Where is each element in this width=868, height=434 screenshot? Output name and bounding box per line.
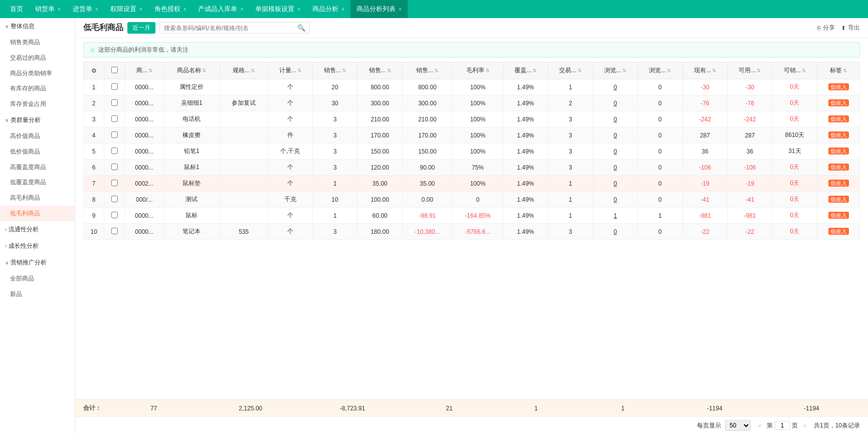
col-settings[interactable]: ⚙ (84, 62, 104, 79)
sidebar-item-instock-goods[interactable]: 有库存的商品 (0, 81, 75, 96)
sidebar-section-overall[interactable]: ∨ 整体信息 (0, 18, 75, 35)
row-checkbox[interactable] (111, 99, 118, 106)
row-views1[interactable]: 0 (593, 224, 637, 240)
select-all-checkbox[interactable] (111, 67, 118, 73)
row-checkbox[interactable] (111, 115, 118, 122)
nav-item-home[interactable]: 首页 (4, 0, 29, 18)
row-checkbox[interactable] (111, 164, 118, 170)
col-transaction[interactable]: 交易...⇅ (548, 62, 593, 79)
nav-item-product-in[interactable]: 产成品入库单 × (192, 0, 249, 18)
row-views1[interactable]: 0 (593, 127, 637, 143)
col-checkbox[interactable] (104, 62, 125, 79)
sidebar-item-traded-goods[interactable]: 交易过的商品 (0, 50, 75, 66)
row-unit: 个,千克 (268, 143, 312, 160)
col-current-stock[interactable]: 现有...⇅ (682, 62, 727, 79)
row-code: 0000... (125, 95, 164, 111)
nav-item-analysis-list[interactable]: 商品分析列表 × (351, 0, 408, 18)
sidebar-item-high-coverage[interactable]: 高覆盖度商品 (0, 160, 75, 175)
nav-item-roles[interactable]: 角色授权 × (148, 0, 193, 18)
row-checkbox[interactable] (111, 228, 118, 234)
close-icon[interactable]: × (58, 7, 61, 12)
sidebar-item-low-margin[interactable]: 低毛利商品 (0, 206, 75, 221)
nav-item-purchase[interactable]: 进货单 × (67, 0, 104, 18)
sidebar-section-circulation[interactable]: › 流通性分析 (0, 221, 75, 238)
col-coverage[interactable]: 覆盖...⇅ (503, 62, 548, 79)
col-sales-qty[interactable]: 销售...⇅ (312, 62, 357, 79)
nav-item-sales[interactable]: 销货单 × (29, 0, 67, 18)
row-checkbox[interactable] (111, 196, 118, 202)
row-views1[interactable]: 0 (593, 143, 637, 160)
sidebar-item-new-goods[interactable]: 新品 (0, 286, 75, 302)
row-views1[interactable]: 0 (593, 192, 637, 208)
row-sales-qty: 20 (312, 79, 357, 95)
col-code[interactable]: 商...⇅ (125, 62, 164, 79)
row-views1[interactable]: 0 (593, 79, 637, 95)
col-views1[interactable]: 浏览...⇅ (593, 62, 637, 79)
share-button[interactable]: ⎘ 分享 (817, 24, 835, 32)
sidebar-item-sales-goods[interactable]: 销售类商品 (0, 35, 75, 50)
row-sales-qty: 3 (312, 127, 357, 143)
col-spec[interactable]: 规格...⇅ (220, 62, 268, 79)
close-icon[interactable]: × (240, 7, 243, 12)
row-checkbox[interactable] (111, 83, 118, 90)
row-unit: 件 (268, 127, 312, 143)
row-sales-qty: 3 (312, 143, 357, 160)
close-icon[interactable]: × (341, 7, 344, 12)
col-name[interactable]: 商品名称⇅ (164, 62, 220, 79)
row-views1[interactable]: 0 (593, 176, 637, 192)
nav-item-analysis[interactable]: 商品分析 × (306, 0, 351, 18)
row-checkbox[interactable] (111, 180, 118, 186)
row-spec (220, 208, 268, 224)
col-tag[interactable]: 标签⇅ (817, 62, 860, 79)
col-sales-profit[interactable]: 销售...⇅ (402, 62, 452, 79)
close-icon[interactable]: × (297, 7, 300, 12)
nav-item-template[interactable]: 单据模板设置 × (249, 0, 306, 18)
sidebar-item-low-coverage[interactable]: 低覆盖度商品 (0, 175, 75, 190)
row-current-stock: -19 (682, 176, 727, 192)
col-sales-amount[interactable]: 销售...⇅ (358, 62, 402, 79)
row-checkbox[interactable] (111, 212, 118, 218)
sidebar-section-marketing[interactable]: ∨ 营销推广分析 (0, 254, 75, 271)
close-icon[interactable]: × (95, 7, 98, 12)
next-page-button[interactable]: ＞ (800, 420, 810, 431)
export-button[interactable]: ⬆ 导出 (841, 24, 860, 32)
row-current-stock: -242 (682, 111, 727, 127)
sidebar-item-low-value[interactable]: 低价值商品 (0, 144, 75, 160)
col-unit[interactable]: 计量...⇅ (268, 62, 312, 79)
sidebar-item-capital[interactable]: 库存资金占用 (0, 96, 75, 112)
footer-views1: 1 (521, 405, 551, 412)
sidebar-item-category-rate[interactable]: 商品分类助销率 (0, 66, 75, 81)
row-views1[interactable]: 0 (593, 160, 637, 176)
page-size-select[interactable]: 50 100 200 (725, 420, 751, 431)
row-views1[interactable]: 1 (593, 208, 637, 224)
row-views1[interactable]: 0 (593, 111, 637, 127)
filter-recent-month-button[interactable]: 近一月 (127, 22, 155, 34)
close-icon[interactable]: × (139, 7, 142, 12)
nav-item-permissions[interactable]: 权限设置 × (104, 0, 148, 18)
search-input[interactable] (164, 25, 297, 32)
col-gross-margin[interactable]: 毛利率⇅ (452, 62, 503, 79)
row-tag: 低收入 (817, 111, 860, 127)
search-icon[interactable]: 🔍 (297, 24, 305, 32)
row-no: 3 (84, 111, 104, 127)
sidebar-item-high-value[interactable]: 高价值商品 (0, 128, 75, 144)
prev-page-button[interactable]: ＜ (755, 420, 765, 431)
close-icon[interactable]: × (184, 7, 187, 12)
row-checkbox[interactable] (111, 148, 118, 154)
col-available-stock[interactable]: 可用...⇅ (728, 62, 772, 79)
close-icon[interactable]: × (399, 7, 402, 12)
row-current-stock: -22 (682, 224, 727, 240)
row-views1[interactable]: 0 (593, 95, 637, 111)
row-checkbox[interactable] (111, 131, 118, 138)
sidebar-item-all-goods[interactable]: 全部商品 (0, 271, 75, 286)
row-transaction: 3 (548, 160, 593, 176)
sidebar-item-high-margin[interactable]: 高毛利商品 (0, 190, 75, 206)
sidebar-section-growth[interactable]: › 成长性分析 (0, 238, 75, 254)
sidebar-section-cluster[interactable]: ∨ 类群量分析 (0, 112, 75, 128)
col-views2[interactable]: 浏览...⇅ (638, 62, 682, 79)
col-saleable-days[interactable]: 可销...⇅ (772, 62, 817, 79)
row-unit: 个 (268, 79, 312, 95)
row-sales-profit: 150.00 (402, 143, 452, 160)
page-number-input[interactable] (775, 421, 790, 430)
row-available-stock: -41 (728, 192, 772, 208)
